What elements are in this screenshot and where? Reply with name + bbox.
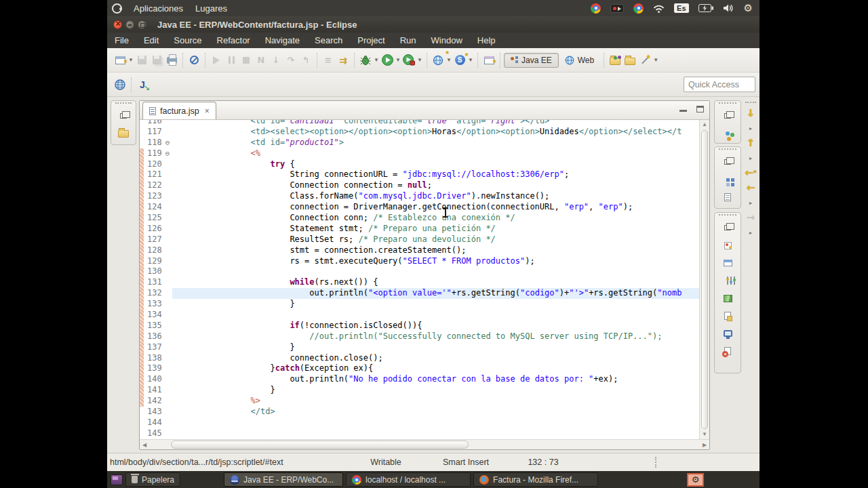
screen-recorder-icon[interactable] [610,4,624,13]
documentation-view-button[interactable] [717,308,738,324]
code-line-122[interactable]: 122 Connection connection = null; [140,180,699,191]
error-log-view-button[interactable] [717,343,738,359]
next-annotation-button[interactable]: ↓ [747,106,755,121]
horizontal-scroll-thumb[interactable] [171,441,468,449]
chrome-tray-icon-2[interactable] [633,3,644,14]
drag-handle[interactable] [115,102,132,106]
code-line-129[interactable]: 129 rs = stmt.executeQuery("SELECT * FRO… [140,256,699,267]
run-button[interactable] [380,53,395,68]
profile-dropdown[interactable]: ▼ [416,53,423,68]
toolbar-overflow-dropdown[interactable]: ▼ [652,53,659,68]
code-line-120[interactable]: 120 try { [140,159,699,170]
print-button[interactable] [164,53,179,68]
code-line-140[interactable]: 140 out.println("No he podido conectar c… [140,374,699,385]
window-maximize-button[interactable] [138,20,146,29]
code-line-143[interactable]: 143 </td> [140,407,699,418]
code-line-127[interactable]: 127 ResultSet rs; /* Preparo una devoluc… [140,235,699,245]
code-line-139[interactable]: 139 }catch(Exception ex){ [140,363,699,374]
menu-refactor[interactable]: Refactor [210,35,258,45]
code-line-128[interactable]: 128 stmt = connection.createStatement(); [140,245,699,256]
code-line-119[interactable]: 119⊖ <% [140,148,699,159]
new-wizard-button[interactable] [113,53,127,68]
code-line-118[interactable]: 118⊖ <td id="producto1"> [140,138,699,148]
code-line-134[interactable]: 134 [140,310,699,321]
scroll-right-arrow[interactable]: ▶ [700,442,709,448]
tab-close-icon[interactable]: × [205,106,210,116]
step-return-button[interactable]: ↰ [298,53,313,68]
terminate-button[interactable] [239,53,254,68]
battery-icon[interactable] [698,4,713,12]
code-line-117[interactable]: 117 <td><select><option></option><option… [140,127,699,138]
scroll-down-arrow[interactable]: ▼ [700,430,709,439]
restore-view-button[interactable] [717,108,738,124]
code-line-123[interactable]: 123 Class.forName("com.mysql.jdbc.Driver… [140,191,699,202]
code-line-124[interactable]: 124 connection = DriverManager.getConnec… [140,202,699,213]
taskbar-item-firefox[interactable]: Factura - Mozilla Firef... [473,472,598,487]
previous-annotation-button[interactable]: ↑ [747,136,755,150]
code-line-141[interactable]: 141 } [140,385,699,396]
open-perspective-button[interactable] [481,53,496,68]
workspace-switcher[interactable]: ⚙ [687,473,704,487]
debug-button[interactable] [358,53,373,68]
run-dropdown[interactable]: ▼ [395,53,401,68]
maximize-editor-button[interactable] [696,106,704,113]
minimize-editor-button[interactable] [679,106,687,112]
vertical-scroll-thumb[interactable] [701,130,708,429]
menu-source[interactable]: Source [166,35,209,45]
perspective-java-ee-button[interactable]: Java EE [504,53,559,68]
taskbar-item-eclipse[interactable]: Java EE - ERP/WebCo... [224,472,343,487]
code-line-133[interactable]: 133 } [140,299,699,310]
wifi-icon[interactable] [653,4,665,13]
project-explorer-view-button[interactable] [113,125,134,142]
link-with-editor-button[interactable] [637,53,652,68]
suspend-button[interactable] [224,53,239,68]
keyboard-layout-indicator[interactable]: Es [674,3,688,13]
taskbar-item-trash[interactable]: Papelera [125,472,180,487]
restore-view-button[interactable] [717,154,738,170]
code-line-138[interactable]: 138 connection.close(); [140,353,699,364]
quick-access-input[interactable] [684,77,755,92]
code-line-135[interactable]: 135 if(!connection.isClosed()){ [140,321,699,331]
restart-button[interactable]: ⇉ [336,53,351,68]
use-step-filters-button[interactable]: ≡ [321,53,336,68]
code-line-126[interactable]: 126 Statement stmt; /* Preparo una petic… [140,224,699,235]
restore-view-button[interactable] [113,108,134,124]
back-dropdown[interactable]: ▸ [749,195,752,210]
code-line-130[interactable]: 130 [140,266,699,277]
code-line-132[interactable]: 132 out.println("<option value='"+rs.get… [140,288,699,299]
drag-handle[interactable] [719,148,736,152]
properties-view-button[interactable] [717,255,738,271]
code-line-137[interactable]: 137 } [140,342,699,353]
new-servlet-button[interactable]: S [452,53,467,68]
window-minimize-button[interactable] [125,20,134,29]
forward-button[interactable]: → [747,210,755,225]
task-list-view-button[interactable] [717,189,738,205]
code-line-144[interactable]: 144 [140,418,699,428]
outline-view-button[interactable] [717,171,738,188]
session-gear-icon[interactable]: ⚙ [744,2,753,14]
chrome-tray-icon[interactable] [591,3,601,14]
new-wizard-dropdown[interactable]: ▼ [127,53,134,68]
snippets-view-button[interactable] [717,290,738,306]
step-into-button[interactable]: ↓ [269,53,283,68]
save-all-button[interactable] [149,53,164,68]
menu-project[interactable]: Project [350,35,392,45]
fold-marker[interactable]: ⊖ [163,148,172,159]
previous-annotation-dropdown[interactable]: ▸ [749,150,752,165]
tab-factura-jsp[interactable]: factura.jsp × [142,102,216,119]
servers-view-button[interactable] [717,125,738,142]
markers-view-button[interactable] [717,237,738,253]
console-view-button[interactable] [717,325,738,342]
menu-window[interactable]: Window [424,35,470,45]
restore-view-button[interactable] [717,220,738,236]
new-web-project-button[interactable] [431,53,446,68]
debug-dropdown[interactable]: ▼ [373,53,380,68]
scroll-left-arrow[interactable]: ◀ [140,442,149,448]
next-annotation-dropdown[interactable]: ▸ [749,121,752,136]
places-menu[interactable]: Lugares [189,3,233,14]
ubuntu-logo-icon[interactable] [112,3,122,14]
perspective-web-button[interactable]: Web [559,54,600,67]
skip-breakpoints-button[interactable] [186,53,201,68]
code-view[interactable]: 116 <td id="cantidad1" contenteditable="… [140,120,699,439]
volume-icon[interactable] [723,3,734,13]
